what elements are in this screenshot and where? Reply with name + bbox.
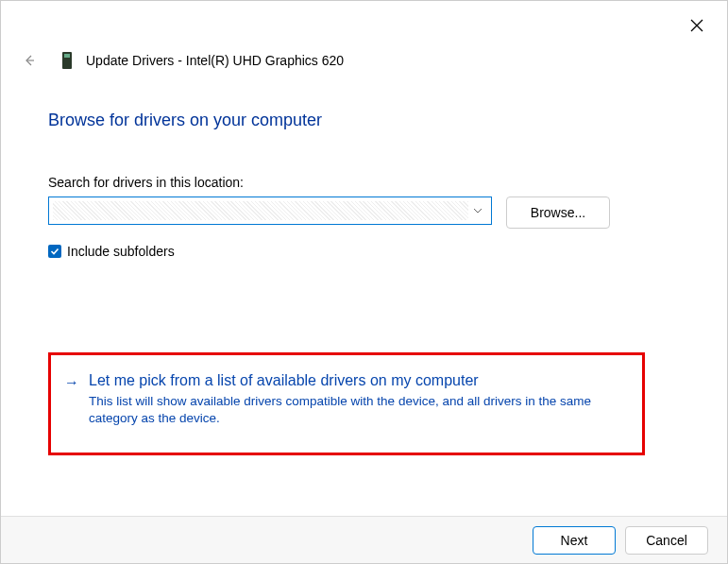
include-subfolders-label: Include subfolders: [67, 244, 175, 259]
pick-driver-option-title: Let me pick from a list of available dri…: [89, 372, 618, 389]
header-row: Update Drivers - Intel(R) UHD Graphics 6…: [20, 50, 708, 71]
page-heading: Browse for drivers on your computer: [48, 111, 322, 130]
checkmark-icon: [50, 247, 59, 256]
path-dropdown-button[interactable]: [468, 197, 487, 224]
cancel-button[interactable]: Cancel: [625, 526, 708, 555]
close-icon: [690, 19, 703, 32]
include-subfolders-row: Include subfolders: [48, 244, 175, 259]
path-input[interactable]: [53, 201, 468, 220]
chevron-down-icon: [473, 208, 483, 214]
svg-rect-4: [64, 54, 70, 58]
pick-driver-option-description: This list will show available drivers co…: [89, 393, 618, 427]
arrow-right-icon: →: [64, 374, 79, 391]
next-button[interactable]: Next: [533, 526, 616, 555]
device-icon: [59, 50, 75, 71]
pick-driver-option[interactable]: → Let me pick from a list of available d…: [48, 352, 645, 455]
path-combobox[interactable]: [48, 197, 492, 225]
search-location-label: Search for drivers in this location:: [48, 175, 244, 190]
browse-button[interactable]: Browse...: [506, 197, 610, 229]
window-title: Update Drivers - Intel(R) UHD Graphics 6…: [86, 53, 344, 68]
include-subfolders-checkbox[interactable]: [48, 245, 61, 258]
footer-bar: Next Cancel: [1, 516, 727, 563]
back-button[interactable]: [20, 51, 39, 70]
close-button[interactable]: [684, 12, 710, 39]
arrow-left-icon: [23, 54, 36, 67]
